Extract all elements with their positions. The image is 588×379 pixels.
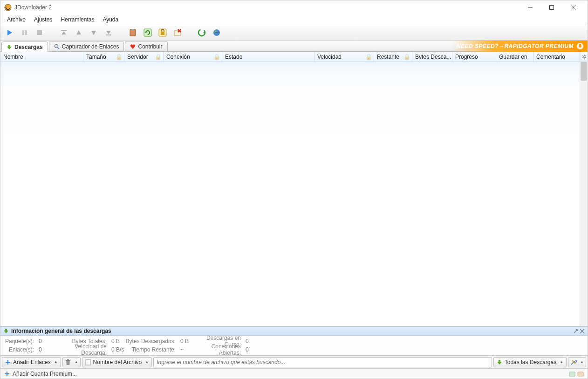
svg-marker-11 [76,30,81,34]
clipboard-button[interactable] [126,26,139,39]
svg-rect-39 [67,359,69,360]
lock-icon: 🔒 [116,54,123,60]
menu-ajustes[interactable]: Ajustes [30,15,56,24]
dropdown-icon: ▲ [145,360,149,364]
button-label: Añadir Enlaces [13,359,51,365]
lock-icon: 🔒 [155,54,162,60]
search-input[interactable] [153,357,492,367]
col-estado[interactable]: Estado [222,52,315,62]
panel-title: Información general de las descargas [11,328,111,334]
col-comentario[interactable]: Comentario [533,52,580,62]
col-restante[interactable]: Restante🔒 [374,52,412,62]
button-label: Todas las Descargas [505,359,556,365]
panel-detach-button[interactable] [573,329,578,334]
view-filter-button[interactable]: Todas las Descargas ▲ [493,357,567,367]
stat-label: Enlace(s): [4,346,34,353]
stat-label: Bytes Descargados: [125,338,176,345]
col-tamano[interactable]: Tamaño🔒 [83,52,124,62]
stat-label: Conexiones Abiertas: [191,343,241,356]
svg-rect-2 [550,6,554,10]
reconnect-button[interactable] [195,26,208,39]
move-top-button[interactable] [57,26,70,39]
col-nombre[interactable]: Nombre [0,52,83,62]
col-servidor[interactable]: Servidor🔒 [124,52,164,62]
svg-marker-41 [497,360,502,365]
lock-icon: 🔒 [213,54,220,60]
minimize-button[interactable] [520,0,541,14]
close-button[interactable] [562,0,584,14]
promo-download-icon [576,42,584,50]
auto-reconnect-button[interactable] [141,26,154,39]
pause-button[interactable] [18,26,31,39]
update-button[interactable] [210,26,223,39]
stat-value: 0 B [107,338,125,345]
trash-button[interactable]: ▲ [62,357,81,367]
dropdown-icon: ▲ [75,360,78,364]
menubar: Archivo Ajustes Herramientas Ayuda [0,14,588,25]
premium-button[interactable] [156,26,169,39]
svg-rect-16 [131,29,134,30]
status-icon-1[interactable] [569,371,575,377]
stat-label: Velocidad de Descarga: [58,343,107,356]
svg-point-27 [215,30,217,32]
svg-marker-33 [4,329,8,333]
promo-banner[interactable]: NEED SPEED?→RAPIDGATOR PREMIUM [453,41,588,52]
move-bottom-button[interactable] [102,26,115,39]
svg-marker-10 [62,31,66,34]
window-title: JDownloader 2 [14,4,52,11]
svg-rect-8 [37,30,42,35]
col-conexion[interactable]: Conexión🔒 [164,52,222,62]
col-progreso[interactable]: Progreso [452,52,496,62]
svg-marker-5 [7,30,12,35]
lock-icon: 🔒 [365,54,372,60]
promo-text: NEED SPEED?→RAPIDGATOR PREMIUM [457,43,574,49]
move-down-button[interactable] [87,26,100,39]
stat-value: 0 [241,346,249,353]
tab-contribuir[interactable]: Contribuir [125,41,167,51]
stat-value: 0 [34,346,58,353]
svg-rect-15 [130,29,136,36]
svg-rect-38 [66,360,70,361]
filter-type-button[interactable]: Nombre del Archivo ▲ [82,357,152,367]
svg-rect-7 [25,30,27,35]
download-icon [7,44,12,50]
column-headers: Nombre Tamaño🔒 Servidor🔒 Conexión🔒 Estad… [0,52,588,62]
col-guardar[interactable]: Guardar en [496,52,533,62]
scrollbar-thumb[interactable] [581,62,587,81]
add-links-button[interactable]: Añadir Enlaces ▲ [2,357,61,367]
menu-archivo[interactable]: Archivo [3,15,29,24]
columns-config-button[interactable]: ✲ [580,52,588,62]
svg-marker-25 [203,32,205,34]
menu-herramientas[interactable]: Herramientas [57,15,98,24]
info-panel-header: Información general de las descargas [0,326,588,336]
stat-value: 0 [241,338,249,345]
status-icon-2[interactable] [577,371,584,377]
menu-ayuda[interactable]: Ayuda [99,15,122,24]
download-icon [497,359,502,365]
tab-label: Descargas [14,44,43,50]
tab-descargas[interactable]: Descargas [1,41,48,52]
svg-marker-12 [91,31,96,35]
tools-icon [570,359,577,365]
svg-marker-28 [7,45,12,49]
settings-button[interactable]: ▲ [568,357,586,367]
stat-label: Tiempo Restante: [125,346,176,353]
svg-point-29 [55,44,58,48]
status-bar: Añadir Cuenta Premium... [0,368,588,379]
tab-capturador[interactable]: Capturador de Enlaces [49,41,124,51]
maximize-button[interactable] [541,0,562,14]
col-bytes[interactable]: Bytes Desca... [412,52,452,62]
move-up-button[interactable] [72,26,85,39]
scrollbar[interactable] [580,62,588,326]
stop-button[interactable] [33,26,46,39]
svg-rect-46 [578,372,583,376]
col-velocidad[interactable]: Velocidad🔒 [315,52,374,62]
stat-value: 0 B/s [107,346,125,353]
panel-close-button[interactable] [580,329,585,334]
play-button[interactable] [3,26,16,39]
download-list [0,62,588,326]
titlebar: JDownloader 2 [0,0,588,14]
tabbar: Descargas Capturador de Enlaces Contribu… [0,41,588,52]
remove-button[interactable] [171,26,184,39]
add-premium-link[interactable]: Añadir Cuenta Premium... [13,371,77,377]
